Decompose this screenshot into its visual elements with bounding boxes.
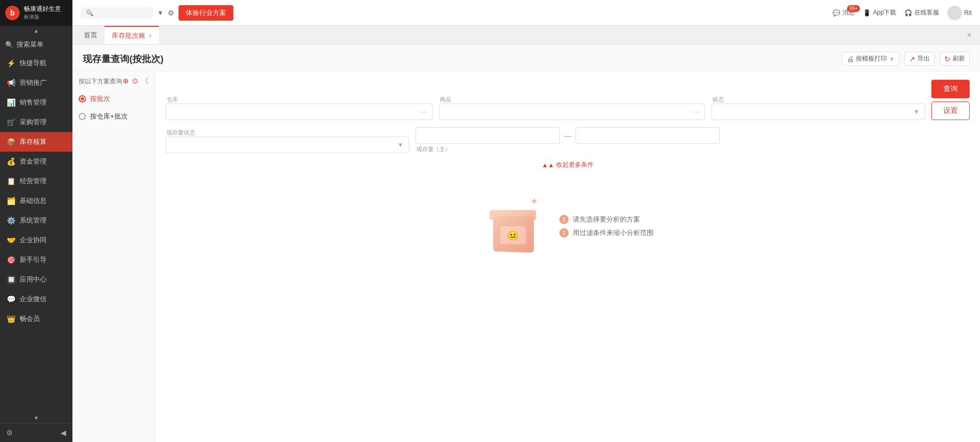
settings-icon[interactable]: ⚙ [6, 429, 13, 437]
sidebar-item-operations[interactable]: 📋经营管理 [0, 171, 72, 191]
sidebar-item-wechat[interactable]: 💬企业微信 [0, 289, 72, 309]
topbar-left: 🔍 ▼ ⚙ 体验行业方案 [81, 5, 827, 21]
warehouse-more-icon[interactable]: ··· [422, 108, 427, 115]
warehouse-label: 仓库 [166, 96, 433, 104]
tip-text-1: 请先选择要分析的方案 [573, 215, 640, 224]
system-icon: ⚙️ [6, 216, 16, 225]
tip-number-1: 1 [559, 215, 569, 224]
tab-inventory-batch[interactable]: 库存批次账 × [105, 26, 159, 44]
sidebar-item-inventory[interactable]: 📦库存核算 [0, 132, 72, 152]
topbar-dropdown-icon[interactable]: ▼ [157, 9, 164, 17]
empty-state: ✦ 😐 1 请先选择要分析的方案 [166, 174, 970, 278]
inventory-status-input[interactable]: ▼ [166, 137, 409, 153]
filter-item-by-warehouse-batch[interactable]: 按仓库+批次 [72, 108, 155, 125]
filter-item-by-batch-label: 按批次 [90, 94, 110, 104]
status-input[interactable]: ▼ [711, 104, 925, 120]
warehouse-input[interactable]: ··· [166, 104, 433, 120]
query-area: 仓库 ··· 商品 ··· 状态 [155, 71, 980, 442]
topbar-gear-icon[interactable]: ⚙ [168, 9, 174, 17]
main-area: 🔍 ▼ ⚙ 体验行业方案 💬 消息 99+ 📱 App下载 🎧 在线客服 [72, 0, 980, 442]
marketing-icon: 📢 [6, 79, 16, 87]
filter-panel-icons: ⊕ ⊙ 《 [123, 77, 149, 86]
product-input[interactable]: ··· [439, 104, 706, 120]
refresh-btn[interactable]: ↻ 刷新 [940, 52, 970, 66]
filter-collapse-icon[interactable]: 《 [141, 77, 149, 86]
inventory-status-field: 现存量状态 ▼ [166, 127, 409, 153]
export-label: 导出 [917, 54, 930, 63]
tabs-panel-close-icon[interactable]: × [963, 31, 976, 40]
inventory-status-value [171, 140, 394, 150]
collapse-sidebar-icon[interactable]: ◀ [61, 429, 66, 437]
tab-home[interactable]: 首页 [77, 26, 105, 44]
tab-inventory-batch-label: 库存批次账 [112, 31, 145, 40]
sidebar-item-finance[interactable]: 💰资金管理 [0, 152, 72, 171]
product-field: 商品 ··· [439, 94, 706, 120]
sidebar-item-basic[interactable]: 🗂️基础信息 [0, 191, 72, 211]
warehouse-field: 仓库 ··· [166, 94, 433, 120]
product-label: 商品 [439, 96, 706, 104]
page-title: 现存量查询(按批次) [83, 53, 164, 65]
status-arrow-icon: ▼ [913, 108, 919, 115]
tip-text-2: 用过滤条件来缩小分析范围 [573, 228, 654, 238]
app-download-btn[interactable]: 📱 App下载 [863, 8, 896, 17]
sidebar-nav: ⚡快捷导航📢营销推广📊销售管理🛒采购管理📦库存核算💰资金管理📋经营管理🗂️基础信… [0, 53, 72, 413]
inventory-qty-from[interactable] [415, 127, 560, 144]
filter-add-icon[interactable]: ⊕ [123, 77, 129, 86]
messages-btn[interactable]: 💬 消息 99+ [833, 8, 855, 17]
inventory-status-arrow: ▼ [397, 141, 404, 149]
sidebar-label-cooperation: 企业协同 [20, 235, 47, 245]
sidebar-label-wechat: 企业微信 [20, 294, 47, 304]
tab-home-label: 首页 [84, 31, 97, 40]
tabs-bar: 首页 库存批次账 × × [72, 26, 980, 45]
sidebar-header: b 畅康通好生意 标准版 [0, 0, 72, 26]
collapse-more-btn[interactable]: ▲▲ 收起更多条件 [166, 158, 970, 174]
topbar: 🔍 ▼ ⚙ 体验行业方案 💬 消息 99+ 📱 App下载 🎧 在线客服 [72, 0, 980, 26]
empty-illustration: ✦ 😐 [482, 195, 544, 257]
sidebar-label-inventory: 库存核算 [20, 137, 47, 146]
sidebar-item-cooperation[interactable]: 🤝企业协同 [0, 230, 72, 250]
sidebar-item-vip[interactable]: 👑畅会员 [0, 309, 72, 329]
status-field: 状态 ▼ [711, 94, 925, 120]
export-btn[interactable]: ↗ 导出 [904, 52, 934, 66]
experience-btn[interactable]: 体验行业方案 [179, 5, 233, 21]
product-more-icon[interactable]: ··· [694, 108, 700, 115]
user-area[interactable]: Rit [947, 6, 972, 20]
product-value [444, 107, 692, 116]
print-template-btn[interactable]: 🖨 按模板打印 ▼ [842, 52, 899, 66]
filter-settings-icon[interactable]: ⊙ [132, 77, 138, 86]
inventory-qty-to[interactable] [575, 127, 720, 144]
settings-btn[interactable]: 设置 [931, 101, 970, 120]
sidebar-label-finance: 资金管理 [20, 157, 47, 166]
sidebar-label-sales: 销售管理 [20, 98, 47, 107]
inventory-status-label: 现存量状态 [166, 129, 409, 137]
qty-dash: — [564, 131, 571, 144]
messages-badge: 99+ [847, 5, 860, 12]
search-box-icon: 🔍 [86, 9, 94, 17]
sidebar-item-apps[interactable]: 🔲应用中心 [0, 270, 72, 289]
sidebar-item-guide[interactable]: 🎯新手引导 [0, 250, 72, 270]
filter-item-by-batch[interactable]: 按批次 [72, 90, 155, 108]
topbar-search-box[interactable]: 🔍 [81, 7, 153, 19]
sidebar-label-basic: 基础信息 [20, 196, 47, 205]
query-btn[interactable]: 查询 [931, 80, 970, 98]
sidebar-item-marketing[interactable]: 📢营销推广 [0, 73, 72, 93]
wechat-icon: 💬 [6, 295, 16, 303]
tab-inventory-batch-close[interactable]: × [149, 33, 152, 39]
online-service-label: 在线客服 [914, 8, 939, 17]
sidebar-item-shortcuts[interactable]: ⚡快捷导航 [0, 53, 72, 73]
empty-tip-2: 2 用过滤条件来缩小分析范围 [559, 228, 654, 238]
inventory-qty-label: 现存量（主） [415, 145, 720, 153]
online-service-btn[interactable]: 🎧 在线客服 [904, 8, 939, 17]
vip-icon: 👑 [6, 315, 16, 323]
sparkle-icon: ✦ [530, 195, 539, 208]
sidebar-item-sales[interactable]: 📊销售管理 [0, 93, 72, 112]
collapse-more-label: 收起更多条件 [556, 160, 593, 169]
sidebar-scroll-down[interactable]: ▼ [0, 413, 72, 423]
sidebar-scroll-up[interactable]: ▲ [0, 26, 72, 36]
sidebar-item-system[interactable]: ⚙️系统管理 [0, 211, 72, 230]
sidebar-search[interactable]: 🔍 搜索菜单 [0, 36, 72, 53]
print-dropdown-icon: ▼ [889, 56, 895, 62]
sidebar: b 畅康通好生意 标准版 ▲ 🔍 搜索菜单 ⚡快捷导航📢营销推广📊销售管理🛒采购… [0, 0, 72, 442]
status-value [717, 107, 910, 116]
sidebar-item-purchase[interactable]: 🛒采购管理 [0, 112, 72, 132]
